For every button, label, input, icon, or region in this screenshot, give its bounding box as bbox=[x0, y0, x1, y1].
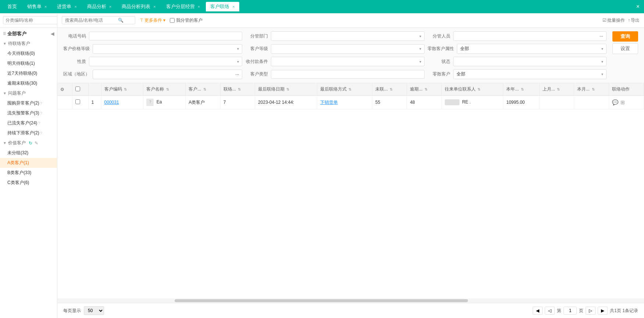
arrow-icon: ▼ bbox=[3, 42, 7, 46]
per-page-select[interactable]: 50 100 200 bbox=[84, 306, 104, 315]
sidebar-item-warning[interactable]: 流失预警客户(3) ? bbox=[0, 108, 57, 118]
sidebar-item-declining[interactable]: 持续下滑客户(2) ? bbox=[0, 128, 57, 138]
batch-operation-btn[interactable]: ☑ 批量操作 bbox=[602, 17, 625, 24]
th-customer-code[interactable]: 客户编码 ⇅ bbox=[101, 83, 143, 96]
close-tab-purchase[interactable]: × bbox=[74, 4, 76, 9]
td-this-year: 10995.00 bbox=[503, 96, 539, 109]
th-overdue[interactable]: 逾期... ⇅ bbox=[407, 83, 441, 96]
filter-bar: 🔍 ⊤ 更多条件 ▾ 我分管的客户 ☑ 批量操作 ↑ 导出 bbox=[57, 13, 644, 28]
sidebar-item-abnormal[interactable]: 囤购异常客户(2) ? bbox=[0, 98, 57, 108]
sidebar-item-7days-contact[interactable]: 近7天待联络(0) bbox=[0, 68, 57, 78]
filter-field-nature: 性质 ▾ bbox=[63, 57, 242, 66]
td-contact: 7 bbox=[220, 96, 255, 109]
close-tab-analysis[interactable]: × bbox=[109, 4, 111, 9]
filter-select-scatter[interactable]: 全部 ▾ bbox=[453, 69, 607, 79]
td-code[interactable]: 000031 bbox=[101, 96, 143, 109]
close-tab-segmentation[interactable]: × bbox=[198, 4, 200, 9]
filter-label-customer-level: 客户等级 bbox=[245, 46, 271, 52]
pagination-bar: 每页显示 50 100 200 ◀ ◁ 第 页 ▷ ▶ 共1页 1条记录 bbox=[57, 303, 644, 318]
page-number-input[interactable] bbox=[564, 307, 577, 315]
last-page-btn[interactable]: ▶ bbox=[598, 307, 608, 315]
close-tab-sales[interactable]: × bbox=[44, 4, 47, 9]
batch-icon: ☑ bbox=[602, 18, 607, 23]
main-search-input[interactable] bbox=[65, 18, 117, 23]
chat-icon[interactable]: 💬 bbox=[612, 99, 618, 105]
horizontal-scrollbar[interactable] bbox=[57, 298, 644, 303]
close-tab-contact[interactable]: × bbox=[232, 4, 235, 9]
th-customer-level[interactable]: 客户... ⇅ bbox=[186, 83, 220, 96]
help-icon: ? bbox=[38, 121, 40, 126]
filter-input-customer-type[interactable] bbox=[271, 70, 424, 79]
sidebar-item-c-class[interactable]: C类客户(6) bbox=[0, 178, 57, 188]
sidebar-group-value[interactable]: ▼ 价值客户 ↻ ✎ bbox=[0, 138, 57, 148]
main-search-icon[interactable]: 🔍 bbox=[118, 18, 124, 23]
grid-icon[interactable]: ⊞ bbox=[620, 99, 625, 105]
my-customer-check[interactable] bbox=[170, 18, 175, 23]
filter-dots-region[interactable]: ··· bbox=[93, 70, 242, 79]
filter-field-status: 状态 ▾ bbox=[427, 57, 607, 66]
tab-customer-segmentation[interactable]: 客户分层经营 × bbox=[162, 2, 204, 11]
th-this-year[interactable]: 本年... ⇅ bbox=[503, 83, 539, 96]
filter-dots-person[interactable]: ··· bbox=[453, 31, 607, 41]
sidebar-item-overdue-contact[interactable]: 逾期未联络(30) bbox=[0, 78, 57, 88]
th-this-month[interactable]: 本月... ⇅ bbox=[574, 83, 609, 96]
search-box: 🔍 bbox=[62, 16, 135, 24]
close-all-tabs[interactable]: × bbox=[635, 2, 641, 11]
filter-input-phone[interactable] bbox=[89, 32, 242, 40]
th-last-month[interactable]: 上月... ⇅ bbox=[539, 83, 574, 96]
sort-icon: ⇅ bbox=[286, 87, 289, 91]
sidebar-group-problem[interactable]: ▼ 问题客户 bbox=[0, 88, 57, 98]
sidebar-item-tomorrow-contact[interactable]: 明天待联络(1) bbox=[0, 59, 57, 68]
th-contact-count[interactable]: 联络... ⇅ bbox=[220, 83, 255, 96]
tab-customer-contact[interactable]: 客户联络 × bbox=[206, 2, 239, 11]
filter-select-customer-level[interactable]: ▾ bbox=[271, 44, 424, 54]
select-all-checkbox[interactable] bbox=[75, 86, 80, 91]
chevron-icon: ▾ bbox=[237, 60, 239, 64]
filter-field-scatter: 零散客户 全部 ▾ bbox=[427, 69, 607, 79]
filter-select-status[interactable]: ▾ bbox=[453, 57, 607, 66]
th-not-contact[interactable]: 未联... ⇅ bbox=[372, 83, 407, 96]
filter-select-nature[interactable]: ▾ bbox=[89, 57, 242, 66]
chevron-icon: ▾ bbox=[419, 47, 421, 51]
filter-select-payment[interactable]: ▾ bbox=[271, 57, 424, 66]
sidebar-item-b-class[interactable]: B类客户(33) bbox=[0, 168, 57, 178]
filter-field-customer-level: 客户等级 ▾ bbox=[245, 44, 424, 54]
th-last-contact-date[interactable]: 最后联络日期 ⇅ bbox=[255, 83, 317, 96]
edit-icon[interactable]: ✎ bbox=[35, 141, 38, 146]
th-unit-contact[interactable]: 往来单位联系人 ⇅ bbox=[441, 83, 503, 96]
td-last-way[interactable]: 下销货单 bbox=[317, 96, 372, 109]
close-tab-analysis-list[interactable]: × bbox=[153, 4, 155, 9]
more-filter-btn[interactable]: ⊤ 更多条件 ▾ bbox=[140, 17, 165, 24]
th-customer-name[interactable]: 客户名称 ⇅ bbox=[143, 83, 186, 96]
filter-field-person: 分管人员 ··· bbox=[427, 31, 607, 41]
tab-sales-order[interactable]: 销售单 × bbox=[23, 2, 51, 11]
query-button[interactable]: 查询 bbox=[612, 31, 638, 42]
sidebar-item-a-class[interactable]: A类客户(1) bbox=[0, 158, 57, 168]
refresh-icon[interactable]: ↻ bbox=[29, 141, 32, 146]
sidebar-item-lost[interactable]: 已流失客户(24) ? bbox=[0, 118, 57, 128]
chevron-down-icon: ▾ bbox=[163, 18, 165, 23]
first-page-btn[interactable]: ◀ bbox=[533, 307, 543, 315]
filter-select-dept[interactable]: ▾ bbox=[271, 31, 424, 41]
export-btn[interactable]: ↑ 导出 bbox=[628, 17, 640, 24]
home-tab[interactable]: 首页 bbox=[3, 2, 21, 11]
filter-select-price-level[interactable]: ▾ bbox=[93, 44, 242, 54]
prev-page-btn[interactable]: ◁ bbox=[545, 307, 555, 315]
filter-select-scatter-attr[interactable]: 全部 ▾ bbox=[457, 44, 607, 54]
scrollbar-thumb[interactable] bbox=[175, 299, 468, 302]
sidebar-item-today-contact[interactable]: 今天待联络(0) bbox=[0, 49, 57, 59]
tab-product-analysis-list[interactable]: 商品分析列表 × bbox=[117, 2, 160, 11]
th-settings[interactable]: ⚙ bbox=[57, 83, 72, 96]
tab-purchase-order[interactable]: 进货单 × bbox=[53, 2, 81, 11]
sidebar-search-input[interactable] bbox=[3, 16, 57, 24]
my-customer-checkbox[interactable]: 我分管的客户 bbox=[170, 17, 203, 24]
sidebar-group-pending[interactable]: ▼ 待联络客户 bbox=[0, 39, 57, 49]
setting-button[interactable]: 设置 bbox=[612, 43, 638, 54]
sidebar-item-ungroup[interactable]: 未分组(32) bbox=[0, 148, 57, 158]
th-last-contact-way[interactable]: 最后联络方式 ⇅ bbox=[317, 83, 372, 96]
sidebar-collapse-btn[interactable]: ◀ bbox=[51, 31, 54, 36]
row-checkbox[interactable] bbox=[75, 99, 80, 104]
tab-product-analysis[interactable]: 商品分析 × bbox=[83, 2, 116, 11]
filter-bar-right: ☑ 批量操作 ↑ 导出 bbox=[602, 17, 640, 24]
next-page-btn[interactable]: ▷ bbox=[586, 307, 595, 315]
